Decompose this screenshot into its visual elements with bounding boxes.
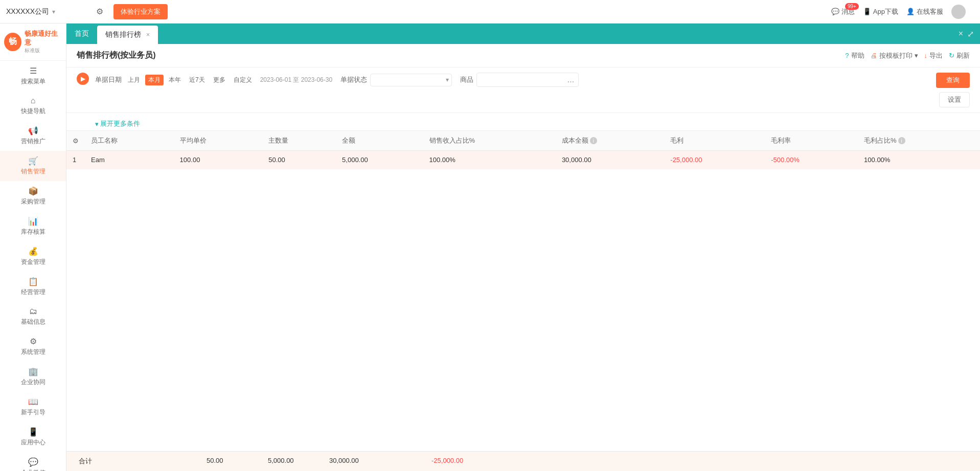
row-sales-pct: 100.00% (423, 151, 556, 169)
sidebar-item-quicknav[interactable]: ⌂ 快捷导航 (0, 91, 66, 121)
basicinfo-icon: 🗂 (29, 307, 37, 316)
inventory-icon: 📊 (28, 216, 38, 226)
home-icon: ⌂ (31, 96, 36, 105)
export-button[interactable]: ↓ 导出 (924, 51, 943, 60)
messages-button[interactable]: 💬 消息 99+ (831, 7, 855, 16)
sidebar-item-inventory[interactable]: 📊 库存核算 (0, 211, 66, 241)
th-qty: 主数量 (262, 131, 336, 151)
messages-badge: 99+ (845, 3, 859, 10)
row-qty: 50.00 (262, 151, 336, 169)
date-custom-btn[interactable]: 自定义 (231, 75, 255, 85)
app-download-button[interactable]: 📱 App下载 (863, 7, 898, 16)
expand-chevron-icon: ▾ (95, 120, 99, 128)
online-service-button[interactable]: 👤 在线客服 (906, 7, 943, 16)
sidebar-item-appcenter[interactable]: 📱 应用中心 (0, 422, 66, 452)
message-icon: 💬 (831, 8, 839, 15)
search-icon: ☰ (30, 66, 37, 76)
th-avg-price: 平均单价 (174, 131, 263, 151)
goods-filter-dots-icon[interactable]: ... (567, 75, 574, 84)
filter-grid: 单据日期 上月 本月 本年 近7天 更多 自定义 2023-06-01 至 20… (95, 73, 930, 87)
expand-more-btn[interactable]: ▾ 展开更多条件 (95, 119, 140, 128)
date-filter: 单据日期 上月 本月 本年 近7天 更多 自定义 2023-06-01 至 20… (95, 75, 332, 85)
status-filter: 单据状态 ▾ (340, 74, 452, 86)
query-button[interactable]: 查询 (936, 73, 970, 88)
date-filter-label: 单据日期 (95, 75, 122, 84)
sidebar-item-enterprise[interactable]: 🏢 企业协同 (0, 362, 66, 392)
avatar[interactable] (951, 5, 966, 19)
company-name: XXXXXX公司 (6, 7, 49, 16)
sidebar-item-basicinfo[interactable]: 🗂 基础信息 (0, 302, 66, 331)
date-prev-btn[interactable]: 上月 (125, 75, 143, 85)
table-wrapper: ⚙ 员工名称 平均单价 主数量 全额 销售收入占比% 成本全额 (66, 131, 980, 451)
th-settings: ⚙ (66, 131, 85, 151)
filter-expand-arrow[interactable]: ▶ (77, 73, 89, 85)
table-footer: 合计 50.00 5,000.00 30,000.00 -25,000.00 (66, 451, 980, 471)
tab-maximize-icon[interactable]: ⤢ (967, 29, 974, 39)
th-gross: 毛利 (664, 131, 765, 151)
status-select-wrapper: ▾ (370, 74, 452, 86)
row-rank: 1 (66, 151, 85, 169)
goods-filter: 商品 ... (460, 73, 579, 87)
date-year-btn[interactable]: 本年 (166, 75, 184, 85)
footer-gross: -25,000.00 (425, 457, 469, 466)
row-amount: 5,000.00 (336, 151, 423, 169)
sidebar-item-finance[interactable]: 💰 资金管理 (0, 241, 66, 272)
expand-more-row: ▾ 展开更多条件 (66, 113, 980, 131)
setup-button[interactable]: 设置 (939, 92, 970, 107)
table-settings-icon[interactable]: ⚙ (73, 137, 79, 145)
footer-cost: 30,000.00 (323, 457, 425, 466)
sidebar-logo: 畅 畅康通好生意 标准版 (0, 24, 66, 61)
row-name: Eam (85, 151, 174, 169)
date-current-btn[interactable]: 本月 (145, 75, 164, 85)
operation-icon: 📋 (28, 277, 38, 286)
sidebar-item-wechat[interactable]: 💬 企业微信 (0, 452, 66, 471)
gross-pct-info-icon[interactable]: i (898, 137, 905, 144)
footer-row: 合计 50.00 5,000.00 30,000.00 -25,000.00 (73, 457, 974, 466)
cost-info-icon[interactable]: i (590, 137, 597, 144)
print-button[interactable]: 🖨 按模板打印 ▾ (871, 51, 918, 60)
page-header: 销售排行榜(按业务员) ? 帮助 🖨 按模板打印 ▾ ↓ (66, 44, 980, 68)
trial-button[interactable]: 体验行业方案 (113, 4, 168, 19)
table-row: 1 Eam 100.00 50.00 5,000.00 100.00% 30,0… (66, 151, 980, 169)
row-gross-rate: -500.00% (765, 151, 858, 169)
logo-icon: 畅 (4, 33, 21, 51)
sidebar-item-search[interactable]: ☰ 搜索菜单 (0, 61, 66, 91)
date-7days-btn[interactable]: 近7天 (186, 75, 208, 85)
company-selector[interactable]: XXXXXX公司 ▾ (6, 7, 88, 16)
footer-qty: 50.00 (200, 457, 262, 466)
row-avg-price: 100.00 (174, 151, 263, 169)
tab-close-window-icon[interactable]: × (959, 29, 963, 38)
top-bar: XXXXXX公司 ▾ ⚙ 体验行业方案 💬 消息 99+ 📱 App下载 👤 在… (0, 0, 980, 24)
sidebar-item-system[interactable]: ⚙ 系统管理 (0, 331, 66, 362)
sidebar-item-purchase[interactable]: 📦 采购管理 (0, 181, 66, 211)
data-table: ⚙ 员工名称 平均单价 主数量 全额 销售收入占比% 成本全额 (66, 131, 980, 169)
refresh-button[interactable]: ↻ 刷新 (949, 51, 970, 60)
sidebar: 畅 畅康通好生意 标准版 ☰ 搜索菜单 ⌂ 快捷导航 📢 营销推广 🛒 (0, 24, 66, 471)
sidebar-item-guide[interactable]: 📖 新手引导 (0, 392, 66, 422)
main-content: 销售排行榜(按业务员) ? 帮助 🖨 按模板打印 ▾ ↓ (66, 44, 980, 471)
footer-label: 合计 (73, 457, 200, 466)
tab-sales-ranking[interactable]: 销售排行榜 × (97, 26, 158, 44)
appcenter-icon: 📱 (28, 427, 38, 437)
date-quick-btns: 上月 本月 本年 近7天 更多 自定义 (125, 75, 255, 85)
marketing-icon: 📢 (28, 126, 38, 136)
row-gross: -25,000.00 (664, 151, 765, 169)
date-more-btn[interactable]: 更多 (210, 75, 229, 85)
top-settings-icon[interactable]: ⚙ (92, 4, 107, 19)
footer-amount: 5,000.00 (262, 457, 323, 466)
sidebar-item-operation[interactable]: 📋 经营管理 (0, 272, 66, 302)
help-button[interactable]: ? 帮助 (845, 51, 864, 60)
status-select[interactable] (370, 74, 452, 86)
tab-bar-right: × ⤢ (959, 29, 980, 39)
tab-home[interactable]: 首页 (66, 24, 97, 44)
filter-section: ▶ 单据日期 上月 本月 本年 近7天 更多 自定义 (66, 68, 980, 113)
sidebar-item-marketing[interactable]: 📢 营销推广 (0, 121, 66, 151)
sidebar-item-sales[interactable]: 🛒 销售管理 (0, 151, 66, 181)
sales-icon: 🛒 (28, 156, 38, 166)
print-chevron-icon: ▾ (915, 52, 918, 59)
tab-bar: 首页 销售排行榜 × × ⤢ (66, 24, 980, 44)
goods-input[interactable]: ... (476, 73, 579, 87)
row-cost: 30,000.00 (556, 151, 664, 169)
finance-icon: 💰 (28, 246, 38, 256)
tab-close-icon[interactable]: × (146, 31, 150, 38)
